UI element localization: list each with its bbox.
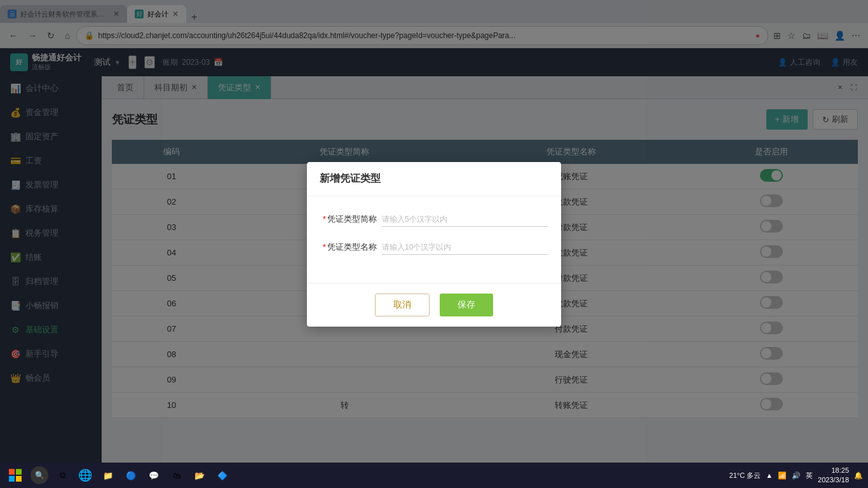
taskbar-files[interactable]: 📂	[191, 466, 208, 484]
svg-rect-1	[16, 469, 22, 475]
taskbar-task-view[interactable]: ⧉	[53, 466, 71, 484]
modal-body: 凭证类型简称 凭证类型名称	[307, 196, 561, 283]
taskbar-edge[interactable]: 🌐	[76, 466, 94, 484]
abbr-input[interactable]	[382, 212, 548, 227]
taskbar-time: 18:25	[818, 466, 849, 475]
abbr-label: 凭证类型简称	[320, 214, 377, 225]
taskbar-wechat[interactable]: 💬	[145, 466, 163, 484]
taskbar-chrome[interactable]: 🔵	[122, 466, 140, 484]
taskbar-edge2[interactable]: 🔷	[214, 466, 231, 484]
taskbar-search-btn[interactable]: 🔍	[31, 466, 48, 484]
add-voucher-type-modal: 新增凭证类型 凭证类型简称 凭证类型名称 取消 保存	[307, 162, 561, 327]
start-button[interactable]	[5, 465, 25, 485]
save-button[interactable]: 保存	[440, 294, 493, 316]
name-input[interactable]	[382, 240, 548, 255]
taskbar-up-arrow: ▲	[766, 471, 773, 479]
taskbar-time-date: 18:25 2023/3/18	[818, 466, 849, 485]
modal-overlay[interactable]: 新增凭证类型 凭证类型简称 凭证类型名称 取消 保存	[0, 0, 868, 488]
name-label: 凭证类型名称	[320, 241, 377, 253]
abbr-form-row: 凭证类型简称	[320, 212, 548, 227]
taskbar-date: 2023/3/18	[818, 475, 849, 485]
taskbar-notification-btn[interactable]: 🔔	[854, 471, 863, 480]
cancel-button[interactable]: 取消	[375, 294, 430, 316]
taskbar-weather: 21°C 多云	[729, 471, 761, 480]
svg-rect-0	[9, 469, 15, 475]
taskbar-network-icon: 📶	[778, 471, 787, 480]
taskbar-language: 英	[806, 471, 813, 480]
svg-rect-2	[9, 476, 15, 482]
taskbar: 🔍 ⧉ 🌐 📁 🔵 💬 🛍 📂 🔷 21°C 多云 ▲ 📶 🔊 英 18:25 …	[0, 463, 868, 488]
modal-title: 新增凭证类型	[320, 172, 381, 186]
taskbar-volume-icon: 🔊	[792, 471, 801, 480]
svg-rect-3	[16, 476, 22, 482]
taskbar-right: 21°C 多云 ▲ 📶 🔊 英 18:25 2023/3/18 🔔	[729, 466, 863, 485]
taskbar-explorer[interactable]: 📁	[99, 466, 117, 484]
taskbar-store[interactable]: 🛍	[168, 466, 186, 484]
modal-header: 新增凭证类型	[307, 162, 561, 196]
modal-footer: 取消 保存	[307, 283, 561, 327]
name-form-row: 凭证类型名称	[320, 240, 548, 255]
